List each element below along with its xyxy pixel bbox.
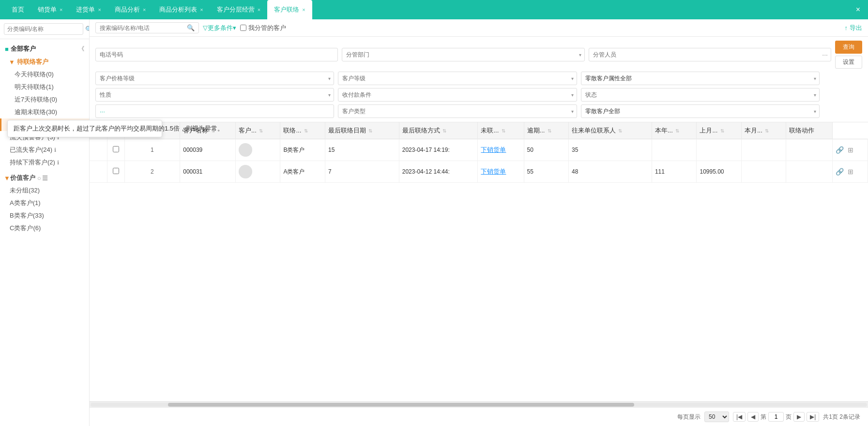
nav-customer-contact[interactable]: 客户联络 × bbox=[267, 0, 312, 19]
col-contact-count-header: 联络... ⇅ bbox=[280, 122, 325, 139]
filter-status[interactable]: 状态 ▾ bbox=[581, 88, 820, 102]
filter-scattered-attr[interactable]: 零散客户属性 全部 ▾ bbox=[581, 72, 820, 85]
more-conditions-btn[interactable]: ▽ 更多条件 ▾ bbox=[203, 24, 236, 32]
prev-page-btn[interactable]: ◀ bbox=[747, 412, 759, 422]
filter-manager[interactable]: 分管人员 ··· bbox=[589, 48, 831, 61]
last-page-btn[interactable]: ▶| bbox=[807, 412, 819, 422]
page-input[interactable] bbox=[768, 412, 784, 422]
action-link-icon-1[interactable]: 🔗 bbox=[836, 168, 844, 176]
filter-more-dots[interactable]: ··· bbox=[100, 108, 105, 115]
filter-dept-label: 分管部门 bbox=[346, 51, 375, 59]
avatar-1 bbox=[239, 165, 252, 178]
filter-customer-level-label: 客户等级 bbox=[342, 74, 371, 83]
row-checkbox-input-0[interactable] bbox=[113, 146, 119, 152]
collapse-sidebar-icon[interactable]: 《 bbox=[78, 45, 84, 53]
nav-sales-order[interactable]: 销货单 × bbox=[31, 0, 69, 19]
export-icon: ↑ bbox=[845, 24, 848, 31]
row-gear-1 bbox=[90, 161, 107, 183]
close-purchase-order[interactable]: × bbox=[98, 7, 101, 13]
scroll-thumb[interactable] bbox=[168, 403, 634, 407]
chevron-down-icon: ▾ bbox=[233, 24, 236, 31]
bottom-scrollbar[interactable] bbox=[90, 401, 868, 407]
row-this-year-0 bbox=[697, 139, 742, 161]
edit-icon[interactable]: ○ bbox=[37, 175, 41, 182]
my-customers-checkbox[interactable] bbox=[240, 25, 246, 31]
close-all-btn[interactable]: × bbox=[853, 5, 863, 14]
section-pending-contact: ▼ 待联络客户 今天待联络(0) 明天待联络(1) 近7天待联络(0) 逾期未联… bbox=[0, 56, 89, 118]
tree-item-class-b[interactable]: B类客户(33) bbox=[0, 209, 89, 222]
nav-purchase-order[interactable]: 进货单 × bbox=[69, 0, 107, 19]
filter-row-4: ··· 客户类型 ▾ 零散客户 全部 ▾ bbox=[95, 104, 862, 118]
last-type-link-0[interactable]: 下销货单 bbox=[481, 146, 506, 153]
tree-item-overdue-contact[interactable]: 逾期未联络(30) bbox=[5, 106, 89, 118]
col-overdue-header: 逾期... ⇅ bbox=[524, 122, 569, 139]
close-customer-segmentation[interactable]: × bbox=[258, 7, 260, 13]
col-this-month-header: 本月... ⇅ bbox=[741, 122, 786, 139]
query-btn[interactable]: 查询 bbox=[835, 41, 862, 54]
sidebar-search-icon[interactable]: 🔍 bbox=[85, 26, 90, 33]
filter-customer-type[interactable]: 客户类型 ▾ bbox=[338, 104, 577, 118]
sidebar-search-input[interactable] bbox=[4, 23, 83, 35]
section-pending-contact-header[interactable]: ▼ 待联络客户 bbox=[5, 56, 89, 68]
tree-item-class-a[interactable]: A类客户(1) bbox=[0, 197, 89, 209]
filter-search-input[interactable] bbox=[100, 25, 187, 31]
contact-person-sort-icon[interactable]: ⇅ bbox=[618, 128, 622, 133]
first-page-btn[interactable]: |◀ bbox=[733, 412, 746, 422]
filter-nature[interactable]: 性质 ▾ bbox=[95, 88, 334, 102]
tree-item-ungroup[interactable]: 未分组(32) bbox=[0, 184, 89, 197]
filter-phone[interactable]: 电话号码 bbox=[95, 48, 338, 61]
close-product-analysis-list[interactable]: × bbox=[200, 7, 203, 13]
row-last-type-0: 下销货单 bbox=[478, 139, 524, 161]
my-customers-filter: 我分管的客户 bbox=[240, 24, 286, 32]
nav-home[interactable]: 首页 bbox=[5, 0, 31, 19]
manager-dots-icon[interactable]: ··· bbox=[822, 51, 828, 59]
filter-dots[interactable]: ··· bbox=[95, 104, 334, 118]
export-btn[interactable]: ↑ 导出 bbox=[845, 24, 863, 32]
nav-customer-segmentation[interactable]: 客户分层经营 × bbox=[210, 0, 267, 19]
segment-group-header: ▼ 价值客户 ○ ☰ bbox=[0, 172, 89, 184]
per-page-select[interactable]: 50 100 200 bbox=[704, 411, 729, 422]
nav-product-analysis[interactable]: 商品分析 × bbox=[108, 0, 152, 19]
filter-search-icon[interactable]: 🔍 bbox=[187, 24, 195, 31]
next-page-btn[interactable]: ▶ bbox=[793, 412, 805, 422]
contact-count-sort-icon[interactable]: ⇅ bbox=[304, 128, 308, 133]
close-sales-order[interactable]: × bbox=[60, 7, 62, 13]
filter-payment[interactable]: 收付款条件 ▾ bbox=[338, 88, 577, 102]
action-grid-icon-0[interactable]: ⊞ bbox=[848, 146, 853, 154]
tree-root-all-customers[interactable]: ■ 全部客户 《 bbox=[0, 42, 89, 56]
tree-item-declining[interactable]: 持续下滑客户(2) ℹ bbox=[0, 156, 89, 169]
this-month-sort-icon[interactable]: ⇅ bbox=[765, 128, 769, 133]
filter-price-level-label: 客户价格等级 bbox=[100, 74, 135, 83]
filter-dept[interactable]: 分管部门 ▾ bbox=[342, 48, 584, 61]
filter-phone-label: 电话号码 bbox=[100, 51, 129, 59]
action-link-icon-0[interactable]: 🔗 bbox=[836, 146, 844, 154]
close-product-analysis[interactable]: × bbox=[143, 7, 146, 13]
last-contact-type-sort-icon[interactable]: ⇅ bbox=[442, 128, 446, 133]
tree-item-7days[interactable]: 近7天待联络(0) bbox=[5, 93, 89, 106]
filter-row-3: 性质 ▾ 收付款条件 ▾ 状态 ▾ bbox=[95, 88, 862, 102]
tree-item-churned[interactable]: 已流失客户(24) ℹ bbox=[0, 144, 89, 156]
tree-item-tomorrow[interactable]: 明天待联络(1) bbox=[5, 81, 89, 93]
last-month-sort-icon[interactable]: ⇅ bbox=[720, 128, 724, 133]
tooltip-text: 距客户上次交易时长，超过了此客户的平均交易周期的1.5倍，则视为异常。 bbox=[14, 125, 224, 132]
row-checkbox-input-1[interactable] bbox=[113, 168, 119, 174]
settings-btn[interactable]: 设置 bbox=[835, 56, 862, 69]
no-contact-sort-icon[interactable]: ⇅ bbox=[502, 128, 505, 133]
filter-customer-level[interactable]: 客户等级 ▾ bbox=[338, 72, 577, 85]
row-name-0 bbox=[235, 139, 280, 161]
close-customer-contact[interactable]: × bbox=[302, 7, 305, 13]
nature-dropdown: ▾ bbox=[328, 92, 331, 98]
tree-item-today[interactable]: 今天待联络(0) bbox=[5, 68, 89, 81]
this-year-sort-icon[interactable]: ⇅ bbox=[675, 128, 679, 133]
last-contact-date-sort-icon[interactable]: ⇅ bbox=[368, 128, 372, 133]
level-sort-icon[interactable]: ⇅ bbox=[259, 128, 263, 133]
group-icon[interactable]: ☰ bbox=[42, 175, 48, 182]
row-overdue-1: 48 bbox=[569, 161, 652, 183]
overdue-sort-icon[interactable]: ⇅ bbox=[548, 128, 551, 133]
nav-product-analysis-list[interactable]: 商品分析列表 × bbox=[152, 0, 210, 19]
last-type-link-1[interactable]: 下销货单 bbox=[481, 168, 506, 175]
action-grid-icon-1[interactable]: ⊞ bbox=[848, 168, 853, 176]
tree-item-class-c[interactable]: C类客户(6) bbox=[0, 222, 89, 235]
filter-scattered-customer[interactable]: 零散客户 全部 ▾ bbox=[581, 104, 820, 118]
filter-price-level[interactable]: 客户价格等级 ▾ bbox=[95, 72, 334, 85]
